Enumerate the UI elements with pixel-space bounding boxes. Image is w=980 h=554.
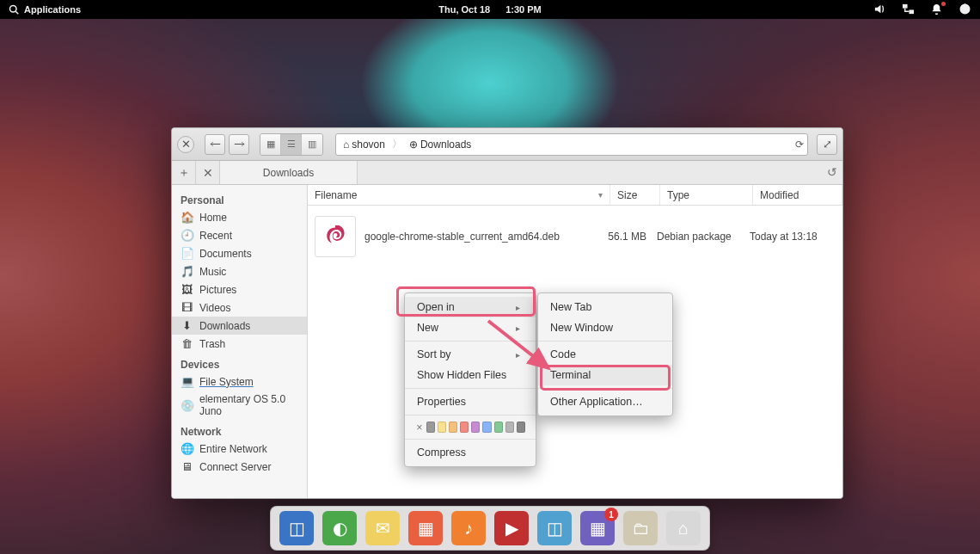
breadcrumb-separator: 〉 — [392, 137, 402, 151]
sidebar-section-header: Devices — [172, 353, 307, 372]
view-columns-button[interactable]: ▥ — [302, 134, 322, 155]
svg-point-0 — [10, 6, 17, 13]
color-tag[interactable] — [460, 422, 469, 433]
sidebar-item-elementary-os-5.0-juno[interactable]: 💿elementary OS 5.0 Juno — [172, 391, 307, 420]
sidebar-item-label: File System — [199, 376, 254, 388]
color-tag[interactable] — [426, 422, 435, 433]
sidebar-item-label: Home — [199, 212, 227, 224]
elementary-os-5.0-juno-icon: 💿 — [181, 399, 193, 412]
color-tag[interactable] — [505, 422, 514, 433]
dock-videos-icon[interactable]: ▶ — [494, 511, 529, 545]
applications-menu[interactable]: Applications — [9, 4, 81, 15]
sidebar-item-videos[interactable]: 🎞Videos — [172, 299, 307, 317]
menu-item-label: Compress — [417, 446, 466, 459]
dock-badge: 1 — [604, 508, 618, 521]
nav-forward-button[interactable]: 🡒 — [229, 134, 249, 155]
color-tag[interactable] — [494, 422, 503, 433]
tab-bar: ＋ ✕ Downloads ↺ — [172, 161, 842, 185]
dock-multitasking-icon[interactable]: ◫ — [279, 511, 314, 545]
new-tab-button[interactable]: ＋ — [172, 161, 196, 184]
network-indicator[interactable] — [902, 3, 915, 17]
dock-camera-icon[interactable]: ▦1 — [580, 511, 615, 545]
file-row[interactable]: google-chrome-stable_current_amd64.deb 5… — [308, 206, 842, 268]
file-size: 56.1 MB — [603, 231, 653, 243]
sidebar-item-pictures[interactable]: 🖼Pictures — [172, 280, 307, 299]
sidebar-item-entire-network[interactable]: 🌐Entire Network — [172, 440, 307, 458]
svg-rect-3 — [909, 9, 914, 14]
nav-back-button[interactable]: 🡐 — [205, 134, 225, 155]
submenu-item-label: Other Application… — [550, 396, 643, 408]
sidebar-item-documents[interactable]: 📄Documents — [172, 244, 307, 262]
submenu-item-label: New Tab — [550, 301, 591, 313]
tab-downloads[interactable]: Downloads — [220, 161, 358, 184]
window-close-button[interactable]: ✕ — [177, 136, 194, 153]
menu-item-label: New — [417, 322, 438, 334]
dock-photos-icon[interactable]: ◫ — [537, 511, 572, 545]
breadcrumb-home[interactable]: ⌂shovon — [340, 138, 389, 151]
applications-label: Applications — [24, 4, 81, 15]
menu-item-open-in[interactable]: Open in — [405, 297, 536, 317]
dock-calendar-icon[interactable]: ▦ — [408, 511, 443, 545]
submenu-item-new-tab[interactable]: New Tab — [538, 297, 672, 317]
path-bar[interactable]: ⌂shovon 〉 ⊕Downloads ⟳ — [335, 133, 808, 156]
sidebar-item-connect-server[interactable]: 🖥Connect Server — [172, 458, 307, 476]
menu-separator — [405, 415, 536, 416]
music-icon: 🎵 — [181, 265, 193, 278]
sidebar-item-trash[interactable]: 🗑Trash — [172, 335, 307, 353]
menu-separator — [405, 439, 536, 440]
column-filename[interactable]: Filename▾ — [308, 185, 610, 205]
menu-item-label: Open in — [417, 301, 455, 313]
entire-network-icon: 🌐 — [181, 442, 193, 455]
column-size[interactable]: Size — [610, 185, 660, 205]
menu-item-compress[interactable]: Compress — [405, 442, 536, 463]
color-tag[interactable] — [438, 422, 446, 433]
session-indicator[interactable] — [959, 3, 971, 17]
color-tag-row[interactable]: × — [405, 418, 536, 436]
maximize-button[interactable]: ⤢ — [817, 134, 837, 155]
dock-music-icon[interactable]: ♪ — [451, 511, 486, 545]
close-tab-button[interactable]: ✕ — [196, 161, 220, 184]
downloads-icon: ⬇ — [181, 319, 193, 332]
reload-button[interactable]: ⟳ — [795, 138, 804, 151]
file-modified: Today at 13:18 — [746, 231, 836, 243]
tab-history-button[interactable]: ↺ — [827, 165, 837, 179]
dock-mail-icon[interactable]: ✉ — [365, 511, 400, 545]
color-tag[interactable] — [471, 422, 480, 433]
sidebar-item-recent[interactable]: 🕘Recent — [172, 226, 307, 244]
dock-browser-icon[interactable]: ◐ — [322, 511, 357, 545]
file-type: Debian package — [653, 231, 746, 243]
sidebar-item-label: Pictures — [199, 284, 236, 296]
menu-separator — [538, 388, 672, 389]
view-grid-button[interactable]: ▦ — [260, 134, 281, 155]
sound-indicator[interactable] — [873, 3, 886, 17]
search-icon — [9, 4, 19, 15]
menu-item-properties[interactable]: Properties — [405, 391, 536, 412]
svg-line-1 — [15, 11, 18, 14]
dock-home-icon[interactable]: ⌂ — [666, 511, 701, 545]
sidebar-item-music[interactable]: 🎵Music — [172, 262, 307, 280]
color-tag[interactable] — [517, 422, 525, 433]
dock-files-icon[interactable]: 🗀 — [623, 511, 658, 545]
window-titlebar[interactable]: ✕ 🡐 🡒 ▦ ☰ ▥ ⌂shovon 〉 ⊕Downloads ⟳ ⤢ — [172, 128, 842, 161]
column-headers[interactable]: Filename▾ Size Type Modified — [308, 185, 842, 206]
menu-item-label: Properties — [417, 396, 466, 408]
sidebar-item-downloads[interactable]: ⬇Downloads — [172, 317, 307, 335]
column-modified[interactable]: Modified — [753, 185, 842, 205]
file-name: google-chrome-stable_current_amd64.deb — [364, 231, 603, 243]
notifications-indicator[interactable] — [930, 3, 943, 17]
sidebar-item-file-system[interactable]: 💻File System — [172, 372, 307, 391]
view-mode-switcher[interactable]: ▦ ☰ ▥ — [260, 133, 323, 156]
sidebar-section-header: Personal — [172, 188, 307, 208]
downloads-icon: ⊕ — [409, 138, 418, 151]
color-tag[interactable] — [482, 422, 491, 433]
view-list-button[interactable]: ☰ — [281, 134, 302, 155]
svg-line-6 — [488, 321, 548, 368]
panel-time[interactable]: 1:30 PM — [505, 4, 542, 15]
color-tag[interactable] — [449, 422, 457, 433]
sidebar-item-home[interactable]: 🏠Home — [172, 208, 307, 226]
column-type[interactable]: Type — [660, 185, 753, 205]
panel-date[interactable]: Thu, Oct 18 — [438, 4, 490, 15]
breadcrumb-current[interactable]: ⊕Downloads — [406, 138, 475, 151]
sidebar-section-header: Network — [172, 420, 307, 440]
submenu-item-other-application[interactable]: Other Application… — [538, 391, 672, 412]
